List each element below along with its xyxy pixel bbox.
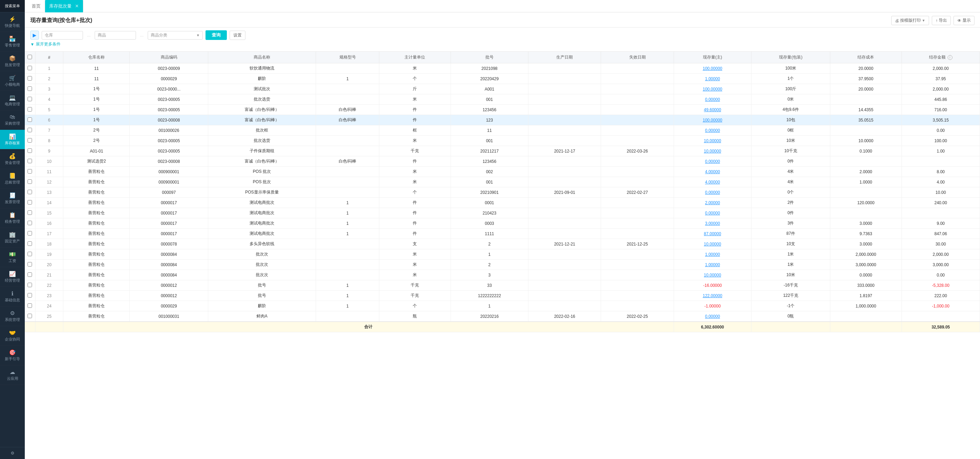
- row-batch: 1111: [450, 229, 528, 239]
- sidebar-settings-button[interactable]: ⚙: [0, 447, 25, 459]
- row-unit: 米: [379, 260, 450, 270]
- row-checkbox[interactable]: [25, 74, 35, 84]
- row-checkbox[interactable]: [25, 125, 35, 135]
- row-checkbox[interactable]: [25, 94, 35, 105]
- row-checkbox[interactable]: [25, 239, 35, 249]
- row-qty-main[interactable]: 0.00000: [674, 125, 751, 135]
- row-qty-main[interactable]: 87.00000: [674, 229, 751, 239]
- row-qty-main[interactable]: 100.00000: [674, 115, 751, 125]
- sidebar-item-tax[interactable]: 📋 税务管理: [0, 208, 25, 228]
- row-qty-main[interactable]: -1.00000: [674, 301, 751, 311]
- row-qty-main[interactable]: 0.00000: [674, 311, 751, 322]
- row-checkbox[interactable]: [25, 249, 35, 260]
- row-warehouse: 1号: [63, 94, 130, 105]
- row-qty-main[interactable]: 49.60000: [674, 105, 751, 115]
- row-checkbox[interactable]: [25, 260, 35, 270]
- sidebar-item-payroll[interactable]: 💵 工资: [0, 247, 25, 267]
- export-button[interactable]: ↑ 导出: [932, 16, 951, 25]
- row-qty-main[interactable]: 0.00000: [674, 156, 751, 167]
- row-qty-main[interactable]: 10.00000: [674, 146, 751, 156]
- print-button[interactable]: 🖨 按模版打印 ▼: [891, 16, 929, 25]
- settings-button[interactable]: 设置: [230, 31, 245, 40]
- row-checkbox[interactable]: [25, 167, 35, 177]
- sidebar-item-corp[interactable]: 🤝 企业协同: [0, 326, 25, 346]
- sidebar-item-basic[interactable]: ℹ 基础信息: [0, 287, 25, 306]
- row-qty-main[interactable]: 1.00000: [674, 74, 751, 84]
- row-checkbox[interactable]: [25, 218, 35, 229]
- sidebar-item-system[interactable]: ⚙ 系统管理: [0, 306, 25, 326]
- row-batch: 1: [450, 301, 528, 311]
- sidebar-item-retail[interactable]: 🏪 零售管理: [0, 32, 25, 52]
- row-checkbox[interactable]: [25, 301, 35, 311]
- sidebar-item-invoice[interactable]: 🧾 发票管理: [0, 189, 25, 208]
- row-checkbox[interactable]: [25, 135, 35, 146]
- category-filter[interactable]: 商品分类 ▼: [148, 31, 203, 40]
- sidebar-item-nav[interactable]: ⚡ 快捷导航: [0, 13, 25, 32]
- row-prod-date: [528, 270, 601, 280]
- row-qty-main[interactable]: 4.00000: [674, 177, 751, 187]
- row-name: 多头异色软线: [208, 239, 316, 249]
- row-qty-main[interactable]: 1.00000: [674, 260, 751, 270]
- row-checkbox[interactable]: [25, 84, 35, 94]
- tab-home[interactable]: 首页: [27, 0, 45, 13]
- row-checkbox[interactable]: [25, 187, 35, 198]
- expand-icon-button[interactable]: ▶: [30, 31, 39, 40]
- row-checkbox[interactable]: [25, 63, 35, 74]
- row-checkbox[interactable]: [25, 229, 35, 239]
- row-qty-main[interactable]: 0.00000: [674, 187, 751, 198]
- row-qty-main[interactable]: 10.00000: [674, 239, 751, 249]
- row-qty-aux: 10支: [751, 239, 830, 249]
- tab-inventory-batch[interactable]: 库存批次量 ✕: [45, 0, 83, 13]
- row-code: 0000084: [130, 249, 208, 260]
- sidebar-item-ops[interactable]: 📈 经营管理: [0, 267, 25, 287]
- sidebar-logo[interactable]: 搜索菜单: [0, 0, 25, 13]
- sidebar-item-general[interactable]: 📒 总账管理: [0, 169, 25, 189]
- row-checkbox[interactable]: [25, 198, 35, 208]
- row-spec: [316, 311, 379, 322]
- total-cost-info-icon[interactable]: i: [948, 55, 953, 60]
- row-qty-main[interactable]: 3.00000: [674, 218, 751, 229]
- display-button[interactable]: 👁 显示: [953, 16, 975, 25]
- search-button[interactable]: 查询: [205, 30, 227, 40]
- select-all-checkbox[interactable]: [27, 55, 32, 59]
- row-checkbox[interactable]: [25, 291, 35, 301]
- col-checkbox[interactable]: [25, 52, 35, 63]
- row-name: 富诚（白色/闷棒）: [208, 105, 316, 115]
- sidebar-item-ecommerce[interactable]: 💻 电商管理: [0, 91, 25, 110]
- row-qty-main[interactable]: 4.00000: [674, 167, 751, 177]
- row-qty-main[interactable]: 1.00000: [674, 249, 751, 260]
- page-title: 现存量查询(按仓库+批次): [30, 17, 92, 24]
- row-qty-main[interactable]: 100.00000: [674, 84, 751, 94]
- sidebar-item-inventory[interactable]: 📊 库存核算: [0, 130, 25, 150]
- sidebar-item-cloud[interactable]: ☁ 云应用: [0, 365, 25, 385]
- row-checkbox[interactable]: [25, 270, 35, 280]
- row-checkbox[interactable]: [25, 280, 35, 291]
- row-checkbox[interactable]: [25, 105, 35, 115]
- sidebar-item-asset[interactable]: 💰 资金管理: [0, 150, 25, 169]
- row-checkbox[interactable]: [25, 115, 35, 125]
- goods-filter[interactable]: 商品: [95, 31, 136, 40]
- row-qty-main[interactable]: 100.00000: [674, 63, 751, 74]
- row-code: 0000029: [130, 301, 208, 311]
- tab-close-button[interactable]: ✕: [75, 3, 79, 9]
- sidebar-item-fixed-asset[interactable]: 🏢 固定资产: [0, 228, 25, 247]
- sidebar-inventory-label: 库存核算: [5, 141, 20, 145]
- row-checkbox[interactable]: [25, 311, 35, 322]
- row-qty-main[interactable]: 122.00000: [674, 291, 751, 301]
- row-qty-main[interactable]: 0.00000: [674, 208, 751, 218]
- row-checkbox[interactable]: [25, 177, 35, 187]
- expand-more-button[interactable]: ▼ 展开更多条件: [30, 41, 60, 47]
- row-qty-main[interactable]: 0.00000: [674, 94, 751, 105]
- row-qty-main[interactable]: 10.00000: [674, 135, 751, 146]
- row-qty-main[interactable]: 10.00000: [674, 270, 751, 280]
- sidebar-item-purchase[interactable]: 🛍 采购管理: [0, 110, 25, 130]
- row-qty-main[interactable]: -16.00000: [674, 280, 751, 291]
- sidebar-item-ecommerce-small[interactable]: 🛒 小额电商: [0, 71, 25, 91]
- sidebar-item-newbie[interactable]: 🎯 新手引导: [0, 346, 25, 365]
- row-checkbox[interactable]: [25, 156, 35, 167]
- row-checkbox[interactable]: [25, 146, 35, 156]
- sidebar-item-wholesale[interactable]: 📦 批发管理: [0, 52, 25, 71]
- row-qty-main[interactable]: 2.00000: [674, 198, 751, 208]
- warehouse-filter[interactable]: 仓库: [41, 31, 83, 40]
- row-checkbox[interactable]: [25, 208, 35, 218]
